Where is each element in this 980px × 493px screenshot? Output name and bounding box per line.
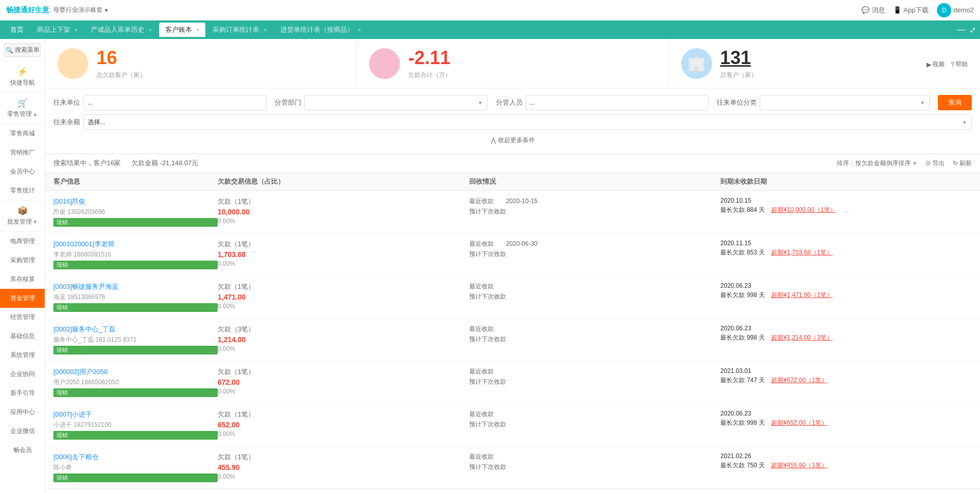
table-row: [0001020001]李老师 李老师 18600391516 现销 欠款（1笔… <box>45 233 980 276</box>
message-label: 消息 <box>872 6 885 15</box>
filter-select-dept[interactable]: ▼ <box>304 95 488 110</box>
sidebar-item-wechat[interactable]: 企业微信 <box>0 422 45 441</box>
main-content: ¥ 16 总欠款客户（家） ◇ -2.11 欠款合计（万） 🏢 131 总客户（… <box>45 39 980 493</box>
collapse-button[interactable]: ⋀ 收起更多条件 <box>491 136 535 145</box>
filter-input-supplier[interactable]: ... <box>83 95 266 110</box>
store-name: 母婴行业演示账套 <box>53 6 103 14</box>
debt-amount-1[interactable]: 10,000.00 <box>218 208 469 216</box>
sort-selector[interactable]: 排序：按欠款金额倒序排序 ▼ <box>837 159 917 168</box>
sidebar-item-guide[interactable]: 新手引导 <box>0 384 45 403</box>
filter-select-category[interactable]: ▼ <box>760 95 930 110</box>
filter-label-dept: 分管部门 <box>275 98 301 107</box>
overdue-link-6[interactable]: 超期¥652.00（1笔） <box>771 419 828 426</box>
overdue-link-5[interactable]: 超期¥672.00（1笔） <box>771 377 828 384</box>
sidebar-item-inventory[interactable]: 库存核算 <box>0 270 45 289</box>
overdue-link-2[interactable]: 超期¥1,703.68（1笔） <box>771 249 833 256</box>
sidebar-item-operations[interactable]: 经营管理 <box>0 308 45 327</box>
filter-item-balance: 往来余额 选择... ▼ <box>53 114 972 130</box>
customer-info-6: [0007]小进干 小进干 18279152100 现销 <box>53 410 218 440</box>
query-button[interactable]: 查询 <box>938 95 972 110</box>
debt-amount-5[interactable]: 672.00 <box>218 378 469 386</box>
tab-products-close[interactable]: × <box>74 27 78 33</box>
customer-name-link-1[interactable]: [0016]昂俊 <box>53 197 218 206</box>
customer-name-link-6[interactable]: [0007]小进干 <box>53 410 218 419</box>
table-row: [0016]昂俊 昂俊 13026203696 现销 欠款（1笔） 10,000… <box>45 191 980 233</box>
sidebar-item-member2-label: 畅会员 <box>13 446 32 455</box>
minimize-btn[interactable]: — <box>957 25 965 35</box>
sidebar-item-system[interactable]: 系统管理 <box>0 346 45 365</box>
overdue-link-3[interactable]: 超期¥1,471.00（1笔） <box>771 291 833 299</box>
sidebar-item-enterprise[interactable]: 企业协同 <box>0 365 45 384</box>
search-menu-btn[interactable]: 🔍 搜索菜单 <box>4 43 41 57</box>
user-avatar[interactable]: D demo2 <box>937 3 974 17</box>
debt-amount-2[interactable]: 1,703.68 <box>218 250 469 259</box>
sidebar-item-marketing[interactable]: 营销推广 <box>0 143 45 162</box>
tab-inventory-close[interactable]: × <box>148 27 151 33</box>
customer-name-link-3[interactable]: [0003]畅捷服务尹海蓝 <box>53 282 218 291</box>
stat-icon-debt: ◇ <box>369 48 400 79</box>
customer-name-link-2[interactable]: [0001020001]李老师 <box>53 240 218 249</box>
table-row: [0006]去下粮仓 陈小希 现销 欠款（1笔） 455.90 0.00% 最近… <box>45 446 980 489</box>
message-btn[interactable]: 💬 消息 <box>861 6 885 15</box>
sidebar-item-retail-stats[interactable]: 零售统计 <box>0 181 45 201</box>
sidebar-item-basic-info[interactable]: 基础信息 <box>0 327 45 346</box>
repay-info-1: 最近收款 2020-10-15 预计下次收款 <box>469 197 721 216</box>
main-layout: 🔍 搜索菜单 ⚡ 快捷导航 🛒 零售管理 ▲ 零售商城 营销推广 会员中心 零售… <box>0 39 980 493</box>
sidebar-item-finance[interactable]: 资金管理 <box>0 289 45 308</box>
sidebar-item-purchase[interactable]: 采购管理 <box>0 251 45 270</box>
customer-name-link-7[interactable]: [0006]去下粮仓 <box>53 452 218 462</box>
overdue-link-7[interactable]: 超期¥455.90（1笔） <box>771 462 828 469</box>
sidebar-item-retail-mall[interactable]: 零售商城 <box>0 124 45 143</box>
sidebar-item-ecommerce[interactable]: 电商管理 <box>0 232 45 251</box>
help-btn[interactable]: ? 帮助 <box>951 60 968 69</box>
sidebar-item-member-label: 会员中心 <box>10 167 35 176</box>
tab-customer-ledger-label: 客户账本 <box>165 25 192 34</box>
next-collect-label-3: 预计下次收款 <box>469 292 721 301</box>
maximize-btn[interactable]: ⤢ <box>969 25 976 35</box>
sidebar-item-member2[interactable]: 畅会员 <box>0 441 45 460</box>
filter-select-balance[interactable]: 选择... ▼ <box>83 114 972 130</box>
debt-amount-7[interactable]: 455.90 <box>218 463 469 471</box>
tab-purchase-stats[interactable]: 采购订单统计表 × <box>206 23 273 37</box>
message-icon: 💬 <box>861 6 870 14</box>
filter-input-person[interactable]: ... <box>526 95 709 110</box>
store-selector[interactable]: 母婴行业演示账套 ▾ <box>53 6 108 14</box>
debt-amount-3[interactable]: 1,471.00 <box>218 293 469 301</box>
customer-name-link-5[interactable]: [000002]用户2050 <box>53 367 218 377</box>
sidebar-item-quick-nav[interactable]: ⚡ 快捷导航 <box>0 62 45 93</box>
customer-name-link-4[interactable]: [0002]服务中心_丁磊 <box>53 325 218 334</box>
overdue-days-2: 最长欠款 853 天 超期¥1,703.68（1笔） <box>720 248 972 257</box>
tab-customer-ledger[interactable]: 客户账本 × <box>159 23 205 37</box>
debt-amount-4[interactable]: 1,214.00 <box>218 336 469 344</box>
table-row: [0007]小进干 小进干 18279152100 现销 欠款（1笔） 652.… <box>45 404 980 446</box>
sidebar-item-member[interactable]: 会员中心 <box>0 162 45 181</box>
tab-stock-stats-close[interactable]: × <box>358 27 361 33</box>
tab-customer-ledger-close[interactable]: × <box>196 27 199 33</box>
repay-info-2: 最近收款 2020-06-30 预计下次收款 <box>469 240 721 259</box>
next-collect-label-5: 预计下次收款 <box>469 378 721 386</box>
debt-amount-6[interactable]: 652.00 <box>218 421 469 429</box>
refresh-btn[interactable]: ↻ 刷新 <box>953 159 972 168</box>
results-bar: 搜索结果中，客户16家 欠款金额 -21,148.07元 排序：按欠款金额倒序排… <box>45 154 980 172</box>
wholesale-chevron-icon: ▼ <box>33 219 38 225</box>
customer-info-4: [0002]服务中心_丁磊 服务中心_丁磊 181 0125 8371 现销 <box>53 325 218 354</box>
sidebar-item-app-center[interactable]: 应用中心 <box>0 403 45 422</box>
overdue-info-7: 2021.02.26 最长欠款 750 天 超期¥455.90（1笔） <box>720 452 972 470</box>
video-btn[interactable]: ▶ 视频 <box>927 60 945 69</box>
overdue-link-4[interactable]: 超期¥1,214.00（3笔） <box>771 334 833 341</box>
tab-products[interactable]: 商品上下架 × <box>31 23 84 37</box>
tab-stock-stats[interactable]: 进货单统计表（按商品） × <box>274 23 367 37</box>
sidebar-item-retail-stats-label: 零售统计 <box>10 186 35 195</box>
tab-home[interactable]: 首页 <box>4 23 30 37</box>
filter-input-supplier-dots: ... <box>88 99 93 106</box>
sidebar-item-wholesale[interactable]: 📦 批发管理 ▼ <box>0 201 45 232</box>
tab-purchase-stats-close[interactable]: × <box>263 27 266 33</box>
app-download-btn[interactable]: 📱 App下载 <box>893 6 929 15</box>
tab-inventory[interactable]: 产成品入库单历史 × <box>85 23 158 37</box>
filter-label-person: 分管人员 <box>496 98 523 107</box>
customer-tag-5: 现销 <box>53 388 218 397</box>
sidebar-item-retail-mgmt[interactable]: 🛒 零售管理 ▲ <box>0 93 45 124</box>
export-btn[interactable]: ⊙ 导出 <box>926 159 945 168</box>
table-row: [000002]用户2050 用户2050 18665062050 现销 欠款（… <box>45 361 980 404</box>
overdue-link-1[interactable]: 超期¥10,000.00（1笔） <box>771 206 836 213</box>
